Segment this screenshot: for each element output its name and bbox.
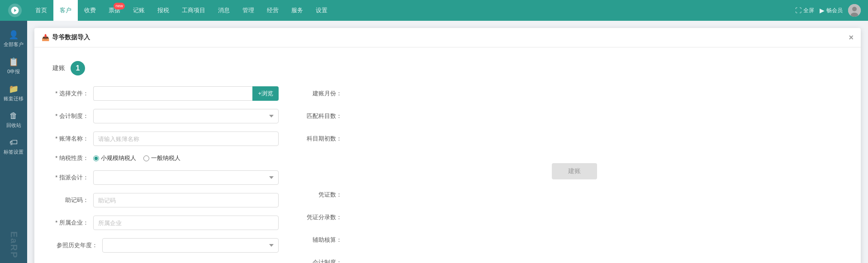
sidebar-item-zero-report[interactable]: 📋 0申报 — [0, 52, 27, 80]
dialog-title: 导爷数据导入 — [52, 33, 90, 42]
accounting-system-row: 会计制度： — [306, 255, 843, 263]
main-content: 📥 导爷数据导入 × 建账 1 * 选择文件： +浏览 — [27, 21, 868, 263]
dialog: 📥 导爷数据导入 × 建账 1 * 选择文件： +浏览 — [34, 28, 861, 263]
voucher-entries-value — [346, 210, 843, 225]
ledger-name-row: * 账簿名称： — [52, 132, 279, 146]
sidebar: 👤 全部客户 📋 0申报 📁 账套迁移 🗑 回收站 🏷 标签设置 EaRP — [0, 21, 27, 263]
history-label: 参照历史年度： — [52, 241, 102, 249]
nav-item-business[interactable]: 工商项目 — [175, 0, 212, 21]
close-button[interactable]: × — [849, 33, 854, 42]
memo-input[interactable] — [93, 193, 279, 207]
step-circle: 1 — [71, 61, 85, 75]
month-row: 建账月份： — [306, 86, 843, 101]
nav-item-tax[interactable]: 报税 — [151, 0, 175, 21]
logo-icon — [8, 4, 22, 17]
voucher-entries-row: 凭证分录数： — [306, 210, 843, 225]
tax-radio-group: 小规模纳税人 一般纳税人 — [93, 154, 279, 162]
nav-item-service[interactable]: 服务 — [285, 0, 309, 21]
tax-general-option[interactable]: 一般纳税人 — [143, 154, 180, 162]
accounting-select[interactable] — [93, 109, 279, 123]
sidebar-item-all-customers[interactable]: 👤 全部客户 — [0, 25, 27, 52]
migrate-icon: 📁 — [9, 84, 19, 94]
step-label: 建账 — [52, 64, 65, 72]
browse-button[interactable]: +浏览 — [252, 86, 279, 101]
fullscreen-icon: ⛶ — [795, 7, 802, 14]
user-avatar[interactable] — [848, 4, 861, 17]
company-label: * 所属企业： — [52, 219, 93, 227]
accounting-system-label: 会计制度： — [306, 258, 346, 263]
tags-icon: 🏷 — [9, 138, 18, 147]
memo-label: 助记码： — [52, 196, 93, 204]
company-row: * 所属企业： — [52, 216, 279, 230]
memo-row: 助记码： — [52, 193, 279, 207]
aux-label: 辅助核算： — [306, 236, 346, 244]
initial-value — [346, 132, 843, 146]
sidebar-item-migrate[interactable]: 📁 账套迁移 — [0, 80, 27, 107]
nav-item-operation[interactable]: 经营 — [261, 0, 285, 21]
file-selection-row: * 选择文件： +浏览 — [52, 86, 279, 101]
file-input-group: +浏览 — [93, 86, 279, 101]
fullscreen-button[interactable]: ⛶ 全屏 — [795, 7, 814, 14]
nav-item-bookkeeping[interactable]: 记账 — [127, 0, 151, 21]
match-label: 匹配科目数： — [306, 112, 346, 120]
nav-right: ⛶ 全屏 ▶ 畅会员 — [795, 4, 868, 17]
history-year-row: 参照历史年度： — [52, 238, 279, 253]
zero-report-icon: 📋 — [9, 57, 19, 67]
aux-value — [346, 233, 843, 247]
nav-items: 首页 客户 收费 票据 new 记账 报税 工商项目 消息 管理 经营 服务 设… — [29, 0, 795, 21]
sidebar-item-tags[interactable]: 🏷 标签设置 — [0, 133, 27, 160]
file-label: * 选择文件： — [52, 89, 93, 98]
vip-icon: ▶ — [820, 7, 825, 14]
dialog-header-left: 📥 导爷数据导入 — [42, 33, 90, 42]
import-icon: 📥 — [42, 34, 49, 41]
tax-label: * 纳税性质： — [52, 154, 93, 162]
build-button[interactable]: 建账 — [552, 163, 597, 179]
earp-label: EaRP — [9, 231, 19, 263]
tax-type-row: * 纳税性质： 小规模纳税人 一般纳税人 — [52, 154, 279, 162]
dialog-body: 建账 1 * 选择文件： +浏览 * 会计制度： — [34, 47, 861, 263]
voucher-entries-label: 凭证分录数： — [306, 213, 346, 221]
new-badge: new — [114, 3, 125, 9]
voucher-value — [346, 188, 843, 202]
initial-row: 科目期初数： — [306, 132, 843, 146]
file-input[interactable] — [93, 86, 252, 101]
logo[interactable] — [5, 0, 25, 21]
nav-item-fee[interactable]: 收费 — [78, 0, 102, 21]
accounting-label: * 会计制度： — [52, 112, 93, 120]
history-select[interactable] — [102, 238, 279, 253]
month-label: 建账月份： — [306, 89, 346, 98]
nav-item-settings[interactable]: 设置 — [309, 0, 334, 21]
nav-item-home[interactable]: 首页 — [29, 0, 53, 21]
company-input[interactable] — [93, 216, 279, 230]
dialog-header: 📥 导爷数据导入 × — [34, 28, 861, 47]
nav-item-message[interactable]: 消息 — [212, 0, 236, 21]
accounting-system-row: * 会计制度： — [52, 109, 279, 123]
aux-row: 辅助核算： — [306, 233, 843, 247]
initial-label: 科目期初数： — [306, 135, 346, 143]
tax-small-option[interactable]: 小规模纳税人 — [93, 154, 136, 162]
info-section: 建账月份： 匹配科目数： 科目期初数： 建账 凭证数： — [279, 61, 843, 263]
match-row: 匹配科目数： — [306, 109, 843, 123]
ledger-input[interactable] — [93, 132, 279, 146]
vip-button[interactable]: ▶ 畅会员 — [820, 7, 843, 14]
sidebar-item-trash[interactable]: 🗑 回收站 — [0, 107, 27, 133]
voucher-label: 凭证数： — [306, 191, 346, 199]
month-value — [346, 86, 843, 101]
voucher-row: 凭证数： — [306, 188, 843, 202]
form-section: 建账 1 * 选择文件： +浏览 * 会计制度： — [52, 61, 279, 263]
nav-item-invoice[interactable]: 票据 new — [102, 0, 127, 21]
nav-item-customer[interactable]: 客户 — [53, 0, 78, 21]
top-navigation: 首页 客户 收费 票据 new 记账 报税 工商项目 消息 管理 经营 服务 设… — [0, 0, 868, 21]
step-header: 建账 1 — [52, 61, 279, 75]
build-btn-container: 建账 — [306, 154, 843, 179]
accountant-row: * 指派会计： — [52, 170, 279, 185]
accounting-system-value — [346, 255, 843, 263]
customers-icon: 👤 — [9, 30, 19, 40]
trash-icon: 🗑 — [9, 111, 18, 121]
match-value — [346, 109, 843, 123]
svg-point-1 — [852, 7, 857, 11]
ledger-label: * 账簿名称： — [52, 135, 93, 143]
nav-item-manage[interactable]: 管理 — [236, 0, 261, 21]
accountant-label: * 指派会计： — [52, 174, 93, 182]
accountant-select[interactable] — [93, 170, 279, 185]
